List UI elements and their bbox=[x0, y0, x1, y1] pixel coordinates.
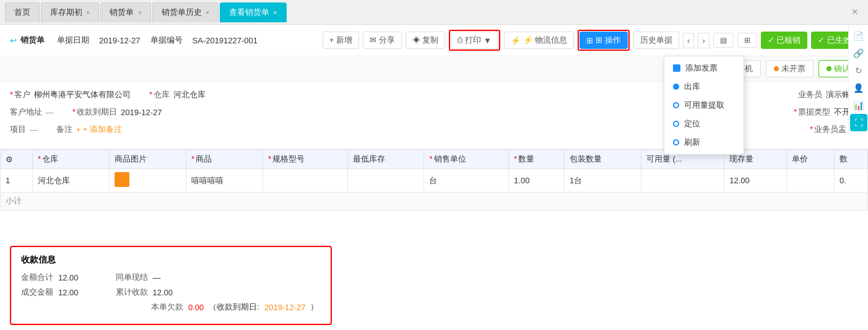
tab-sales[interactable]: 销货单 × bbox=[100, 2, 150, 22]
th-price: 单价 bbox=[786, 150, 834, 169]
payment-section: 收款信息 金额合计 12.00 同单现结 — 成交金额 12.00 累计收款 bbox=[10, 246, 332, 325]
right-icon-link[interactable]: 🔗 bbox=[850, 45, 867, 62]
owe-item: 本单欠款 0.00 （收款到期日: 2019-12-27 ） bbox=[151, 302, 318, 313]
table-row: 1 河北仓库 嘻嘻嘻嘻 台 1.00 1台 12.00 bbox=[1, 169, 868, 193]
same-order-label: 同单现结 bbox=[116, 272, 148, 283]
logistics-icon: ⚡ bbox=[511, 36, 521, 45]
row-product: 嘻嘻嘻嘻 bbox=[186, 169, 263, 193]
note-field: 备注 + + 添加备注 bbox=[56, 124, 122, 135]
payment-date-value: 2019-12-27 bbox=[121, 108, 162, 117]
doc-title: 销货单 bbox=[20, 35, 45, 46]
tab-inventory-close[interactable]: × bbox=[86, 9, 90, 16]
note-label: 备注 bbox=[56, 124, 72, 135]
right-icon-chart[interactable]: 📊 bbox=[850, 97, 867, 114]
outbound-item[interactable]: 出库 bbox=[664, 77, 744, 96]
available-qty-item[interactable]: 可用量提取 bbox=[664, 96, 744, 115]
doc-icon: ↩ bbox=[10, 36, 17, 45]
row-min-stock bbox=[347, 169, 424, 193]
right-icon-user[interactable]: 👤 bbox=[850, 79, 867, 97]
add-note-label: + 添加备注 bbox=[83, 124, 122, 135]
add-button[interactable]: + 新增 bbox=[323, 32, 359, 49]
row-pkg-qty: 1台 bbox=[565, 169, 641, 193]
payment-title: 收款信息 bbox=[21, 254, 321, 266]
doc-date-label: 单据日期 bbox=[57, 35, 89, 46]
row-current: 12.00 bbox=[724, 169, 787, 193]
product-image bbox=[115, 172, 129, 187]
refresh-item[interactable]: 刷新 bbox=[664, 133, 744, 152]
copy-button-label: ◈ 复制 bbox=[412, 35, 439, 46]
tab-sales-history-label: 销货单历史 bbox=[162, 7, 202, 18]
not-open-button-label: 未开票 bbox=[781, 63, 805, 74]
refresh-icon bbox=[673, 139, 679, 145]
warehouse-field: 仓库 河北仓库 bbox=[149, 89, 206, 100]
row-no: 1 bbox=[1, 169, 33, 193]
tab-bar: 首页 库存期初 × 销货单 × 销货单历史 × 查看销货单 × × bbox=[0, 0, 868, 25]
products-table: ⚙ 仓库 商品图片 商品 规格型号 最低库存 销售单位 数量 包装数量 可用量 … bbox=[0, 149, 868, 211]
warehouse-value: 河北仓库 bbox=[173, 89, 206, 100]
right-icon-doc[interactable]: 📄 bbox=[850, 27, 867, 45]
transaction-item: 成交金额 12.00 bbox=[21, 287, 79, 298]
row-extra: 0. bbox=[835, 169, 868, 193]
canceled-button[interactable]: ✓ 已核销 bbox=[761, 32, 808, 49]
right-sidebar: 📄 🔗 ↻ 👤 📊 ⛶ bbox=[848, 25, 868, 134]
row-image bbox=[110, 169, 186, 193]
not-open-dot bbox=[774, 66, 779, 71]
operation-button[interactable]: ⊞ ⊞ 操作 bbox=[579, 32, 628, 49]
view1-button[interactable]: ▤ bbox=[713, 33, 734, 48]
window-close-button[interactable]: × bbox=[846, 6, 863, 19]
add-invoice-item[interactable]: 添加发票 bbox=[664, 59, 744, 77]
outbound-label: 出库 bbox=[684, 81, 700, 92]
next-button[interactable]: › bbox=[698, 33, 709, 48]
operation-icon: ⊞ bbox=[586, 36, 593, 45]
row-qty: 1.00 bbox=[509, 169, 565, 193]
locate-item[interactable]: 定位 bbox=[664, 115, 744, 133]
customer-label: 客户 bbox=[10, 89, 30, 100]
payment-row-1: 金额合计 12.00 同单现结 — bbox=[21, 272, 321, 283]
th-image: 商品图片 bbox=[110, 150, 186, 169]
amount-label: 金额合计 bbox=[21, 272, 53, 283]
refresh-label: 刷新 bbox=[684, 137, 700, 148]
cumulative-item: 累计收款 12.00 bbox=[116, 287, 173, 298]
tab-sales-label: 销货单 bbox=[110, 7, 134, 18]
tab-inventory[interactable]: 库存期初 × bbox=[41, 2, 99, 22]
row-price bbox=[786, 169, 834, 193]
effective-button-label: ✓ 已生效 bbox=[818, 35, 851, 46]
tab-sales-close[interactable]: × bbox=[137, 9, 141, 16]
print-button[interactable]: ⎙ 打印 ▼ bbox=[451, 32, 498, 49]
doc-date-value: 2019-12-27 bbox=[99, 36, 141, 45]
payment-row-3: 本单欠款 0.00 （收款到期日: 2019-12-27 ） bbox=[21, 302, 321, 313]
right-icon-refresh[interactable]: ↻ bbox=[850, 62, 867, 79]
logistics-button[interactable]: ⚡ ⚡ 物流信息 bbox=[504, 32, 575, 49]
not-open-button[interactable]: 未开票 bbox=[766, 60, 814, 77]
share-button[interactable]: ✉ 分享 bbox=[363, 32, 402, 49]
row-warehouse: 河北仓库 bbox=[33, 169, 110, 193]
prev-button[interactable]: ‹ bbox=[683, 33, 694, 48]
tab-sales-history-close[interactable]: × bbox=[206, 9, 209, 16]
operation-button-label: ⊞ 操作 bbox=[596, 35, 621, 46]
tab-view-sales[interactable]: 查看销货单 × bbox=[220, 2, 286, 22]
doc-no-label: 单据编号 bbox=[150, 35, 183, 46]
copy-button[interactable]: ◈ 复制 bbox=[406, 32, 446, 49]
right-icon-expand[interactable]: ⛶ bbox=[850, 114, 867, 131]
payment-row-2: 成交金额 12.00 累计收款 12.00 bbox=[21, 287, 321, 298]
add-note-button[interactable]: + + 添加备注 bbox=[76, 124, 122, 135]
history-button[interactable]: 历史单据 bbox=[633, 32, 679, 49]
view2-button[interactable]: ⊞ bbox=[737, 33, 757, 48]
doc-no-value: SA-20191227-001 bbox=[193, 36, 258, 45]
payment-date-field: 收款到期日 2019-12-27 bbox=[72, 106, 162, 118]
transaction-value: 12.00 bbox=[58, 288, 79, 297]
operation-dropdown: 添加发票 出库 可用量提取 定位 刷新 bbox=[664, 56, 744, 155]
tab-view-sales-close[interactable]: × bbox=[273, 9, 277, 16]
tab-home[interactable]: 首页 bbox=[5, 2, 40, 22]
share-button-label: ✉ 分享 bbox=[370, 35, 395, 46]
print-button-label: ⎙ 打印 bbox=[458, 35, 481, 46]
transaction-label: 成交金额 bbox=[21, 287, 53, 298]
tab-sales-history[interactable]: 销货单历史 × bbox=[152, 2, 219, 22]
locate-icon bbox=[673, 121, 679, 127]
same-order-item: 同单现结 — bbox=[116, 272, 161, 283]
owe-date: 2019-12-27 bbox=[264, 303, 306, 312]
th-min-stock: 最低库存 bbox=[347, 150, 424, 169]
tab-inventory-label: 库存期初 bbox=[50, 7, 82, 18]
outbound-icon bbox=[673, 84, 679, 90]
subtotal-row: 小计 bbox=[1, 193, 868, 211]
